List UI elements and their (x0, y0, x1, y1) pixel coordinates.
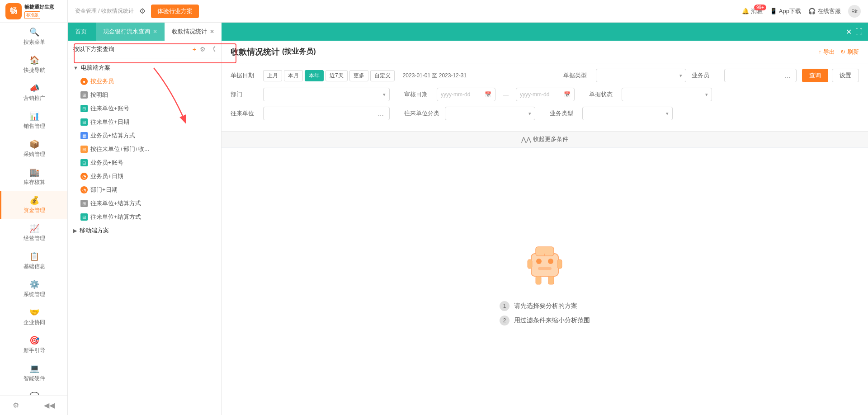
sidebar-item-basic[interactable]: 📋 基础信息 (0, 247, 67, 275)
partner-dept-icon: ⊟ (80, 146, 88, 153)
sidebar-item-system[interactable]: ⚙️ 系统管理 (0, 275, 67, 303)
partner-dots-btn[interactable]: ... (378, 109, 384, 118)
sidebar-item-marketing[interactable]: 📣 营销推广 (0, 79, 67, 107)
biz-type-arrow: ▾ (666, 111, 669, 117)
scheme-item-salesman-settle[interactable]: ▦ 业务员+结算方式 (68, 129, 221, 142)
date-btn-more[interactable]: 更多 (349, 70, 368, 81)
page-title-text: 收款情况统计 (231, 47, 279, 57)
scheme-item-partner-settle2[interactable]: ⊟ 往来单位+结算方式 (68, 210, 221, 224)
sidebar-item-warehouse[interactable]: 🏬 库存核算 (0, 163, 67, 191)
tab-bank-flow-close[interactable]: ✕ (153, 28, 157, 35)
sidebar-item-purchase[interactable]: 📦 采购管理 (0, 135, 67, 163)
dept-select[interactable]: ▾ (263, 88, 390, 101)
biz-type-select[interactable]: ▾ (582, 107, 673, 120)
collapse-more-bar[interactable]: ⋀⋀ 收起更多条件 (222, 131, 868, 147)
tab-home[interactable]: 首页 (68, 23, 94, 41)
sidebar-item-finance[interactable]: 💰 资金管理 (0, 191, 67, 219)
sidebar-item-hardware[interactable]: 💻 智能硬件 (0, 359, 67, 387)
scheme-group-desktop[interactable]: ▼ 电脑端方案 (68, 61, 221, 75)
collapse-up-icon: ⋀⋀ (521, 136, 531, 143)
sidebar-item-search[interactable]: 🔍 搜索菜单 (0, 23, 67, 51)
logo-text: 畅捷通好生意 标准版 (24, 4, 54, 19)
partner-date-icon: ⊟ (80, 118, 88, 126)
doc-status-select[interactable]: ▾ (622, 88, 712, 101)
dept-arrow: ▾ (383, 92, 386, 98)
tab-bar-right: ✕ ⛶ (846, 28, 868, 36)
date-btn-last-month[interactable]: 上月 (263, 70, 282, 81)
export-btn[interactable]: ↑ 导出 (819, 48, 835, 56)
user-avatar[interactable]: Rit (848, 5, 861, 18)
scheme-item-salesman-date[interactable]: ◔ 业务员+日期 (68, 170, 221, 183)
sidebar-item-enterprise[interactable]: 🤝 企业协同 (0, 303, 67, 331)
salesman-dots-btn[interactable]: ... (785, 71, 791, 80)
salesman-date-icon: ◔ (80, 173, 88, 180)
date-btn-7days[interactable]: 近7天 (326, 70, 348, 81)
scheme-item-partner-dept[interactable]: ⊟ 按往来单位+部门+收... (68, 142, 221, 156)
scheme-item-partner-settle1[interactable]: ⊞ 往来单位+结算方式 (68, 197, 221, 210)
biz-type-label: 业务类型 (550, 109, 577, 118)
query-btn[interactable]: 查询 (802, 69, 828, 82)
scheme-item-salesman-account[interactable]: ⊟ 业务员+账号 (68, 156, 221, 170)
refresh-btn[interactable]: ↻ 刷新 (840, 48, 859, 56)
scheme-group-mobile[interactable]: ▶ 移动端方案 (68, 224, 221, 237)
right-content: 收款情况统计 (按业务员) ↑ 导出 ↻ 刷新 (222, 41, 868, 415)
svg-rect-9 (548, 276, 554, 284)
sidebar-item-quicknav[interactable]: 🏠 快捷导航 (0, 51, 67, 79)
filter-settings-btn[interactable]: 设置 (832, 69, 859, 82)
sidebar-item-sales[interactable]: 📊 销售管理 (0, 107, 67, 135)
page-title: 收款情况统计 (按业务员) (231, 47, 316, 57)
scheme-item-partner-account[interactable]: ⊟ 往来单位+账号 (68, 102, 221, 115)
date-btn-custom[interactable]: 自定义 (370, 70, 395, 81)
salesman-label: 业务员 (692, 71, 719, 80)
scheme-item-dept-date[interactable]: ◔ 部门+日期 (68, 183, 221, 197)
phone-icon: 📱 (770, 8, 777, 14)
settings-footer-icon[interactable]: ⚙ (13, 401, 19, 410)
scheme-item-by-detail[interactable]: ⊞ 按明细 (68, 88, 221, 102)
salesman-field[interactable]: ... (724, 69, 797, 82)
date-range-text: 2023-01-01 至 2023-12-31 (403, 72, 467, 80)
tab-bank-flow[interactable]: 现金银行流水查询 ✕ (96, 23, 165, 41)
add-scheme-btn[interactable]: + (193, 46, 196, 53)
sidebar-nav: 🔍 搜索菜单 🏠 快捷导航 📣 营销推广 📊 销售管理 📦 采购管理 🏬 库存核… (0, 23, 67, 395)
sidebar-item-guide[interactable]: 🎯 新手引导 (0, 331, 67, 359)
audit-date-from[interactable]: yyyy-mm-dd 📅 (437, 88, 495, 101)
export-icon: ↑ (819, 48, 822, 55)
trial-btn[interactable]: 体验行业方案 (151, 5, 199, 18)
query-row-dept: 部门 ▾ 审核日期 yyyy-mm-dd 📅 — yyyy-mm-dd 📅 (231, 88, 859, 101)
scheme-item-by-salesman[interactable]: ● 按业务员 (68, 75, 221, 88)
online-service-btn[interactable]: 🎧 在线客服 (808, 7, 841, 15)
by-detail-icon: ⊞ (80, 91, 88, 99)
sidebar: 畅 畅捷通好生意 标准版 🔍 搜索菜单 🏠 快捷导航 📣 营销推广 📊 销售管理… (0, 0, 68, 415)
top-header-left: 资金管理 / 收款情况统计 ⚙ 体验行业方案 (75, 5, 199, 18)
content-area: 按以下方案查询 + ⚙ 《 ▼ 电脑端方案 ● 按业务员 ⊞ 按明细 (68, 41, 868, 415)
purchase-icon: 📦 (29, 139, 39, 149)
panel-collapse-btn[interactable]: 《 (209, 45, 216, 53)
operation-icon: 📈 (29, 223, 39, 233)
date-btn-this-year[interactable]: 本年 (305, 70, 324, 81)
headset-icon: 🎧 (808, 8, 816, 14)
scheme-item-partner-date[interactable]: ⊟ 往来单位+日期 (68, 115, 221, 129)
scheme-settings-btn[interactable]: ⚙ (200, 46, 206, 53)
partner-field[interactable]: ... (263, 107, 390, 120)
app-download-btn[interactable]: 📱 App下载 (770, 7, 801, 15)
tab-close-all-btn[interactable]: ✕ (846, 28, 852, 36)
tab-collection-stats-close[interactable]: ✕ (210, 28, 214, 35)
empty-state: 1 请先选择要分析的方案 2 用过滤条件来缩小分析范围 (222, 148, 868, 415)
date-btn-this-month[interactable]: 本月 (284, 70, 303, 81)
tab-collection-stats[interactable]: 收款情况统计 ✕ (165, 23, 222, 41)
page-title-bar: 收款情况统计 (按业务员) ↑ 导出 ↻ 刷新 (222, 41, 868, 63)
audit-date-label: 审核日期 (404, 90, 431, 99)
settings-gear-icon[interactable]: ⚙ (139, 7, 146, 15)
tab-expand-btn[interactable]: ⛶ (855, 28, 863, 36)
sidebar-item-wechat[interactable]: 💬 企业微信 (0, 387, 67, 395)
empty-steps: 1 请先选择要分析的方案 2 用过滤条件来缩小分析范围 (500, 301, 590, 325)
sidebar-item-operation[interactable]: 📈 经营管理 (0, 219, 67, 247)
audit-date-to[interactable]: yyyy-mm-dd 📅 (516, 88, 575, 101)
salesman-account-icon: ⊟ (80, 159, 88, 166)
notification-btn[interactable]: 🔔 消息 99+ (742, 7, 763, 15)
doc-type-select[interactable]: ▾ (596, 69, 686, 82)
partner-category-select[interactable]: ▾ (445, 107, 535, 120)
query-action-btns: 查询 设置 (802, 69, 859, 82)
collapse-sidebar-icon[interactable]: ◀◀ (44, 401, 55, 410)
partner-cat-arrow: ▾ (528, 111, 531, 117)
